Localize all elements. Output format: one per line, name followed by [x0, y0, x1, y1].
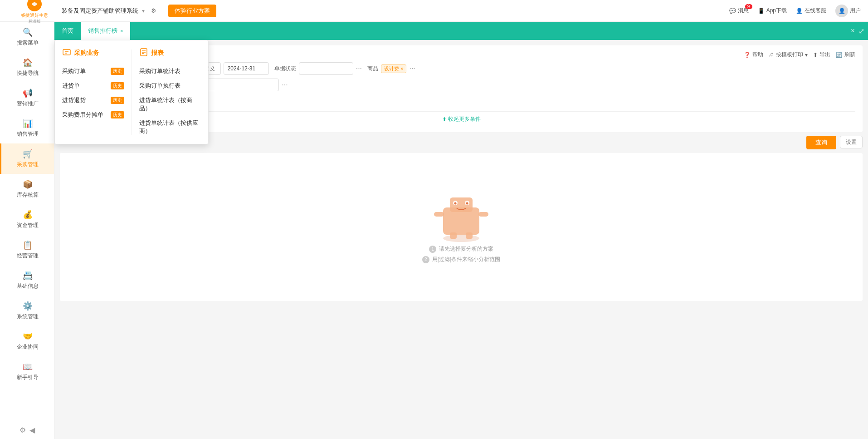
settings-button[interactable]: 设置: [840, 136, 863, 148]
collapse-up-icon: ⬆: [442, 116, 447, 123]
system-icon: ⚙️: [23, 301, 33, 311]
sidebar-item-label: 采购管理: [17, 161, 39, 168]
svg-rect-9: [450, 232, 457, 239]
system-title: 装备及固定资产辅助管理系统: [62, 7, 138, 15]
sidebar-item-label: 新手引导: [17, 374, 39, 381]
top-header: 畅捷通好生意 标准版 装备及固定资产辅助管理系统 ▾ ⚙ 体验行业方案 💬 消息…: [0, 0, 868, 22]
service-icon: 👤: [796, 8, 803, 14]
status-filter: 单据状态 ···: [274, 62, 362, 75]
logo-subtitle: 标准版: [29, 19, 41, 25]
tab-bar-right: × ⤢: [851, 27, 868, 35]
message-badge: 9: [745, 4, 752, 9]
refresh-icon: 🔄: [836, 52, 843, 58]
experience-button[interactable]: 体验行业方案: [168, 5, 216, 17]
sidebar-item-label: 快捷导航: [17, 69, 39, 77]
operations-icon: 📋: [23, 240, 33, 250]
goods-label: 商品: [367, 65, 378, 73]
dropdown-item-purchase-expense[interactable]: 采购费用分摊单 历史: [59, 108, 128, 122]
dropdown-item-purchase-order-stat[interactable]: 采购订单统计表: [136, 64, 205, 79]
report-col: 报表 采购订单统计表 采购订单执行表 进货单统计表（按商品） 进货单统计表（按供…: [132, 46, 209, 138]
app-icon: 📱: [758, 8, 765, 14]
step1-text: 请先选择要分析的方案: [439, 245, 493, 253]
dropdown-item-purchase-return[interactable]: 进货退货 历史: [59, 93, 128, 108]
sidebar-item-finance[interactable]: 💰 资金管理: [0, 204, 54, 235]
history-badge-2: 历史: [111, 97, 124, 104]
svg-point-0: [443, 235, 479, 242]
logo-text: 畅捷通好生意: [21, 12, 48, 19]
logo-area: 畅捷通好生意 标准版: [7, 0, 62, 25]
settings-icon[interactable]: ⚙: [148, 5, 159, 16]
dropdown-item-purchase-order[interactable]: 采购订单 历史: [59, 64, 128, 79]
user-avatar: 👤: [835, 5, 848, 17]
print-btn[interactable]: 🖨 按模板打印 ▾: [769, 51, 808, 59]
tab-close-all-icon[interactable]: ×: [851, 27, 855, 35]
app-download-label: App下载: [766, 7, 787, 15]
refresh-btn[interactable]: 🔄 刷新: [836, 51, 855, 59]
date-end-input[interactable]: [224, 62, 269, 75]
sidebar-item-operations[interactable]: 📋 经营管理: [0, 235, 54, 265]
print-icon: 🖨: [769, 52, 774, 58]
tab-maximize-icon[interactable]: ⤢: [858, 27, 864, 35]
status-select[interactable]: [299, 62, 353, 75]
sidebar-item-system[interactable]: ⚙️ 系统管理: [0, 296, 54, 326]
report-col-title: 报表: [151, 49, 164, 57]
dropdown-item-purchase-receive[interactable]: 进货单 历史: [59, 79, 128, 93]
sidebar-item-label: 搜索菜单: [17, 39, 39, 47]
salesman-ellipsis-icon[interactable]: ···: [282, 81, 288, 89]
home-icon: 🏠: [23, 58, 33, 68]
sidebar-item-guide[interactable]: 📖 新手引导: [0, 356, 54, 387]
top-right-area: 💬 消息 9 📱 App下载 👤 在线客服 👤 用户: [729, 5, 861, 17]
user-btn[interactable]: 👤 用户: [835, 5, 861, 17]
export-icon: ⬆: [813, 52, 818, 58]
tab-sales-rank[interactable]: 销售排行榜 ×: [81, 22, 130, 40]
sidebar-item-cooperation[interactable]: 🤝 企业协同: [0, 326, 54, 356]
online-service-btn[interactable]: 👤 在线客服: [796, 7, 826, 15]
goods-filter: 商品 设计费 × ···: [367, 64, 415, 73]
goods-ellipsis-icon[interactable]: ···: [409, 64, 415, 73]
procurement-col: 采购业务 采购订单 历史 进货单 历史 进货退货 历史 采购费用分摊单 历史: [55, 46, 132, 138]
tab-home[interactable]: 首页: [54, 22, 81, 40]
svg-point-6: [466, 202, 468, 205]
procurement-col-icon: [62, 48, 71, 58]
query-button[interactable]: 查询: [806, 136, 836, 149]
cooperation-icon: 🤝: [23, 331, 33, 341]
sidebar-item-basic-info[interactable]: 📇 基础信息: [0, 265, 54, 296]
sidebar-collapse-btn[interactable]: ◀: [29, 426, 35, 434]
sidebar-item-label: 库存核算: [17, 191, 39, 199]
history-badge-3: 历史: [111, 111, 124, 118]
export-btn[interactable]: ⬆ 导出: [813, 51, 830, 59]
sidebar-item-label: 系统管理: [17, 313, 39, 321]
sidebar-settings-btn[interactable]: ⚙: [20, 426, 26, 434]
sidebar-item-label: 基础信息: [17, 282, 39, 290]
sidebar-item-inventory[interactable]: 📦 库存核算: [0, 174, 54, 204]
marketing-icon: 📢: [23, 88, 33, 98]
dropdown-arrow-icon[interactable]: ▾: [142, 8, 145, 14]
sidebar-item-label: 经营管理: [17, 252, 39, 260]
online-service-label: 在线客服: [805, 7, 826, 15]
app-download-btn[interactable]: 📱 App下载: [758, 7, 787, 15]
dropdown-item-purchase-order-exec[interactable]: 采购订单执行表: [136, 79, 205, 93]
empty-state: 1 请先选择要分析的方案 2 用[过滤]条件来缩小分析范围: [60, 153, 863, 301]
procurement-icon: 🛒: [23, 149, 33, 159]
sidebar-item-quick-nav[interactable]: 🏠 快捷导航: [0, 52, 54, 83]
status-label: 单据状态: [274, 65, 296, 73]
sidebar-item-marketing[interactable]: 📢 营销推广: [0, 83, 54, 113]
tab-close-icon[interactable]: ×: [120, 28, 123, 34]
tab-bar: 首页 销售排行榜 × × ⤢: [54, 22, 868, 40]
status-ellipsis-icon[interactable]: ···: [356, 64, 362, 73]
help-btn[interactable]: ❓ 帮助: [744, 51, 763, 59]
dropdown-item-receive-stat-supplier[interactable]: 进货单统计表（按供应商）: [136, 116, 205, 138]
sidebar-item-search[interactable]: 🔍 搜索菜单: [0, 22, 54, 52]
inventory-icon: 📦: [23, 179, 33, 189]
goods-tag-close-icon[interactable]: ×: [400, 66, 403, 71]
empty-step-2: 2 用[过滤]条件来缩小分析范围: [422, 256, 501, 263]
sidebar: 🔍 搜索菜单 🏠 快捷导航 📢 营销推广 📊 销售管理 🛒 采购管理 📦 库存核…: [0, 22, 54, 439]
sales-icon: 📊: [23, 118, 33, 128]
guide-icon: 📖: [23, 362, 33, 372]
sidebar-item-procurement[interactable]: 🛒 采购管理: [0, 143, 54, 174]
message-btn[interactable]: 💬 消息 9: [729, 7, 749, 15]
svg-point-5: [454, 202, 457, 205]
collapse-btn[interactable]: ⬆ 收起更多条件: [442, 115, 481, 123]
sidebar-item-sales[interactable]: 📊 销售管理: [0, 113, 54, 143]
dropdown-item-receive-stat-goods[interactable]: 进货单统计表（按商品）: [136, 93, 205, 116]
